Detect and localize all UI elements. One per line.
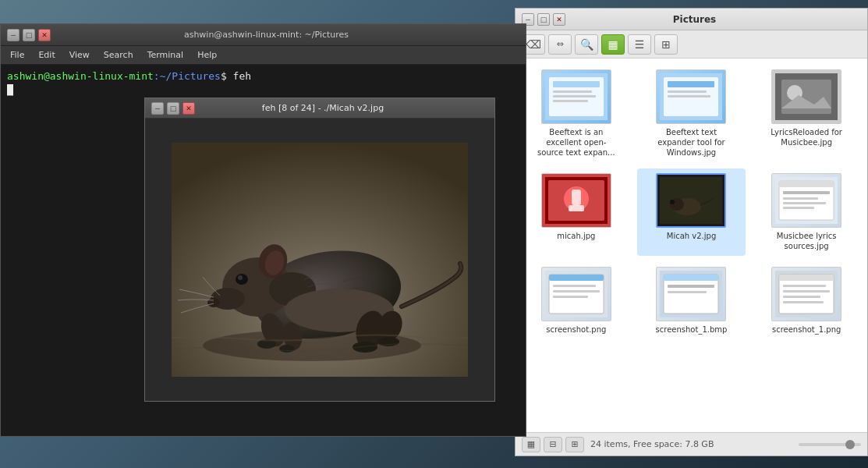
svg-rect-48 [783, 202, 826, 204]
svg-rect-66 [783, 296, 820, 298]
terminal-cursor: _ [7, 84, 13, 96]
terminal-menu-terminal[interactable]: Terminal [141, 48, 190, 62]
fm-file-item[interactable]: micah.jpg [522, 168, 631, 256]
fm-status-icon-btn-1[interactable]: ⊟ [544, 437, 562, 452]
feh-image-area [145, 119, 494, 401]
fm-file-item[interactable]: screenshot_1.png [752, 262, 861, 339]
fm-filename-4: Micah v2.jpg [667, 231, 716, 241]
svg-rect-58 [664, 275, 718, 281]
svg-rect-65 [783, 290, 830, 292]
terminal-menu-search[interactable]: Search [97, 48, 140, 62]
fm-file-item[interactable]: Beeftext is an excellent open-source tex… [522, 65, 631, 162]
feh-minimize-button[interactable]: − [151, 102, 164, 115]
terminal-minimize-button[interactable]: − [7, 29, 19, 41]
rat-image [172, 143, 468, 377]
fm-filename-6: screenshot.png [546, 324, 606, 335]
svg-rect-30 [668, 95, 710, 98]
svg-rect-29 [668, 90, 707, 93]
fm-thumbnail-8 [771, 267, 841, 321]
terminal-maximize-button[interactable]: □ [23, 29, 35, 41]
svg-rect-59 [668, 285, 714, 288]
fm-filename-2: LyricsReloaded for Musicbee.jpg [767, 127, 845, 147]
fm-status-icons: ▦ ⊟ ⊞ [522, 437, 584, 452]
fm-filename-7: screenshot_1.bmp [656, 324, 728, 335]
fm-file-item[interactable]: screenshot.png [522, 262, 631, 339]
fm-file-item[interactable]: Beeftext text expander tool for Windows.… [637, 65, 746, 162]
fm-zoom-slider[interactable] [799, 443, 861, 446]
fm-filename-3: micah.jpg [557, 231, 595, 241]
terminal-prompt-user: ashwin@ashwin-linux-mint [7, 70, 154, 82]
svg-rect-24 [553, 95, 596, 98]
feh-title: feh [8 of 24] - ./Micah v2.jpg [195, 103, 451, 113]
svg-rect-25 [553, 100, 588, 102]
terminal-prompt-dollar: $ feh [221, 70, 251, 82]
svg-rect-49 [783, 207, 814, 209]
fm-toolbar: ⌫ ⇔ 🔍 ▦ ☰ ⊞ [515, 30, 867, 58]
fm-zoom-thumb[interactable] [845, 440, 855, 449]
fm-grid-container: Beeftext is an excellent open-source tex… [522, 65, 861, 339]
fm-file-item[interactable]: LyricsReloaded for Musicbee.jpg [752, 65, 861, 162]
svg-rect-45 [779, 181, 834, 187]
terminal-menu-edit[interactable]: Edit [32, 48, 61, 62]
svg-point-42 [670, 200, 675, 204]
fm-file-grid: Beeftext is an excellent open-source tex… [515, 58, 867, 432]
svg-rect-38 [569, 205, 584, 211]
fm-file-item[interactable]: screenshot_1.bmp [637, 262, 746, 339]
fm-titlebar: − □ ✕ Pictures [515, 9, 867, 30]
fm-file-item[interactable]: Musicbee lyrics sources.jpg [752, 168, 861, 256]
svg-rect-53 [553, 285, 596, 287]
fm-thumbnail-6 [541, 267, 611, 321]
fm-icon-view-button[interactable]: ▦ [601, 34, 625, 55]
svg-rect-60 [668, 291, 707, 293]
terminal-title: ashwin@ashwin-linux-mint: ~/Pictures [51, 30, 482, 40]
fm-toggle-button[interactable]: ⇔ [548, 34, 572, 55]
svg-rect-37 [572, 190, 581, 205]
svg-rect-52 [549, 275, 604, 281]
svg-rect-22 [553, 81, 600, 87]
fm-status-icon-btn-0[interactable]: ▦ [522, 437, 540, 452]
terminal-menu-help[interactable]: Help [191, 48, 223, 62]
fm-thumbnail-0 [541, 69, 611, 124]
fm-status-icon-btn-2[interactable]: ⊞ [565, 437, 584, 452]
feh-window-controls: − □ ✕ [151, 102, 195, 115]
fm-thumbnail-2 [771, 69, 841, 124]
svg-point-5 [207, 298, 220, 307]
svg-rect-64 [783, 285, 826, 287]
svg-rect-55 [553, 296, 588, 298]
fm-list-view-button[interactable]: ☰ [628, 34, 651, 55]
fm-window-controls: − □ ✕ [522, 13, 565, 26]
fm-filename-1: Beeftext text expander tool for Windows.… [652, 127, 730, 158]
fm-column-view-button[interactable]: ⊞ [654, 34, 678, 55]
svg-rect-47 [783, 197, 818, 200]
svg-rect-46 [783, 191, 830, 194]
fm-statusbar: ▦ ⊟ ⊞ 24 items, Free space: 7.8 GB [515, 432, 867, 456]
fm-close-button[interactable]: ✕ [553, 13, 565, 26]
fm-maximize-button[interactable]: □ [537, 13, 550, 26]
terminal-window-controls: − □ ✕ [7, 29, 51, 41]
feh-maximize-button[interactable]: □ [167, 102, 179, 115]
fm-thumbnail-4 [656, 173, 726, 228]
svg-point-7 [238, 275, 243, 280]
feh-close-button[interactable]: ✕ [182, 102, 195, 115]
terminal-titlebar: − □ ✕ ashwin@ashwin-linux-mint: ~/Pictur… [1, 24, 526, 46]
filemanager-title: Pictures [565, 14, 824, 25]
terminal-menu-view[interactable]: View [63, 48, 96, 62]
svg-rect-23 [553, 90, 592, 93]
terminal-cursor-line: _ [7, 83, 519, 98]
terminal-menubar: File Edit View Search Terminal Help [1, 46, 526, 65]
terminal-prompt-line: ashwin@ashwin-linux-mint:~/Pictures$ feh [7, 69, 519, 83]
fm-thumbnail-1 [656, 69, 726, 124]
fm-file-item-selected[interactable]: Micah v2.jpg [637, 168, 746, 256]
terminal-menu-file[interactable]: File [4, 48, 30, 62]
fm-thumbnail-3 [541, 173, 611, 228]
feh-titlebar: − □ ✕ feh [8 of 24] - ./Micah v2.jpg [145, 98, 494, 119]
svg-rect-54 [553, 290, 600, 292]
fm-thumbnail-7 [656, 267, 726, 321]
terminal-prompt-path: :~/Pictures [154, 70, 221, 82]
terminal-close-button[interactable]: ✕ [38, 29, 51, 41]
fm-status-text: 24 items, Free space: 7.8 GB [590, 439, 714, 449]
fm-search-button[interactable]: 🔍 [575, 34, 598, 55]
svg-rect-28 [668, 81, 714, 87]
fm-filename-8: screenshot_1.png [772, 324, 841, 335]
fm-thumbnail-5 [771, 173, 841, 228]
